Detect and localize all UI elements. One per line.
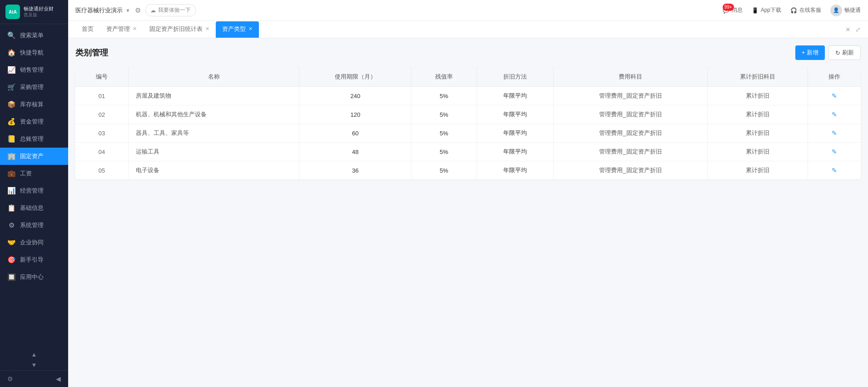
nav-label: 资金管理 <box>20 118 44 126</box>
nav-label: 经营管理 <box>20 187 44 195</box>
phone-icon: 📱 <box>752 7 759 14</box>
message-badge: 99+ <box>723 4 734 11</box>
nav-label: 库存核算 <box>20 100 44 109</box>
col-header: 编号 <box>75 67 128 87</box>
scroll-up[interactable]: ▲ <box>0 349 68 360</box>
tab-label: 资产管理 <box>106 25 130 33</box>
cell-residual: 5% <box>412 161 476 180</box>
cell-method: 年限平均 <box>476 143 553 161</box>
page-title: 类别管理 <box>75 47 108 58</box>
cell-expense: 管理费用_固定资产折旧 <box>553 87 707 105</box>
nav-icon: 🎯 <box>7 256 15 264</box>
app-download-label: App下载 <box>761 6 781 14</box>
sidebar-item-库存核算[interactable]: 📦库存核算 <box>0 96 68 113</box>
close-window-icon[interactable]: ✕ <box>845 26 851 33</box>
cell-expense: 管理费用_固定资产折旧 <box>553 124 707 143</box>
cell-period: 60 <box>299 124 412 143</box>
cell-code: 04 <box>75 143 128 161</box>
company-name: 医疗器械行业演示 <box>75 6 123 15</box>
sidebar-item-资金管理[interactable]: 💰资金管理 <box>0 113 68 130</box>
table-body: 01 房屋及建筑物 240 5% 年限平均 管理费用_固定资产折旧 累计折旧 ✎… <box>75 87 861 180</box>
sidebar-item-总账管理[interactable]: 📒总账管理 <box>0 130 68 148</box>
dropdown-icon: ▼ <box>125 8 130 13</box>
edit-icon[interactable]: ✎ <box>832 111 837 118</box>
cell-name: 机器、机械和其他生产设备 <box>128 105 299 124</box>
category-table: 编号名称使用期限（月）残值率折旧方法费用科目累计折旧科目操作 01 房屋及建筑物… <box>75 67 861 179</box>
logo-text: 畅捷通好业财 <box>24 5 54 12</box>
cell-accum: 累计折旧 <box>707 143 808 161</box>
nav-label: 基础信息 <box>20 204 44 212</box>
cell-method: 年限平均 <box>476 161 553 180</box>
tabbar: 首页资产管理✕固定资产折旧统计表✕资产类型✕ ✕ ⤢ <box>68 21 868 38</box>
edit-icon[interactable]: ✎ <box>832 148 837 155</box>
tab-首页[interactable]: 首页 <box>75 21 100 38</box>
sidebar-item-应用中心[interactable]: 🔲应用中心 <box>0 268 68 286</box>
tab-资产管理[interactable]: 资产管理✕ <box>100 21 143 38</box>
nav-label: 搜索菜单 <box>20 31 44 40</box>
sidebar-item-快捷导航[interactable]: 🏠快捷导航 <box>0 44 68 61</box>
new-button[interactable]: + 新增 <box>795 45 825 60</box>
cell-period: 240 <box>299 87 412 105</box>
sidebar-item-销售管理[interactable]: 📈销售管理 <box>0 61 68 79</box>
edit-icon[interactable]: ✎ <box>832 92 837 99</box>
experience-label: 我要体验一下 <box>158 6 191 14</box>
sidebar-item-搜索菜单[interactable]: 🔍搜索菜单 <box>0 27 68 44</box>
cell-accum: 累计折旧 <box>707 87 808 105</box>
tab-close-icon[interactable]: ✕ <box>133 26 137 32</box>
sidebar-item-工资[interactable]: 💼工资 <box>0 165 68 182</box>
tab-label: 首页 <box>82 25 94 33</box>
sidebar-item-经营管理[interactable]: 📊经营管理 <box>0 182 68 199</box>
cell-action: ✎ <box>808 161 861 180</box>
nav-label: 固定资产 <box>20 152 44 160</box>
sidebar-settings-icon[interactable]: ⚙ <box>7 375 13 382</box>
cell-code: 05 <box>75 161 128 180</box>
content-area: 类别管理 + 新增 ↻ 刷新 编号名称使用期限（月）残值率折旧方法费用科目累计折… <box>68 38 868 387</box>
cell-period: 48 <box>299 143 412 161</box>
refresh-button[interactable]: ↻ 刷新 <box>828 45 861 60</box>
sidebar-item-基础信息[interactable]: 📋基础信息 <box>0 199 68 217</box>
online-service-action[interactable]: 🎧 在线客服 <box>790 6 821 14</box>
message-action[interactable]: 💬 99+ 消息 <box>723 6 743 14</box>
topbar-settings-icon[interactable]: ⚙ <box>135 6 141 15</box>
tab-close-icon[interactable]: ✕ <box>205 26 209 32</box>
edit-icon[interactable]: ✎ <box>832 167 837 174</box>
nav-label: 总账管理 <box>20 135 44 143</box>
col-header: 累计折旧科目 <box>707 67 808 87</box>
page-header: 类别管理 + 新增 ↻ 刷新 <box>75 45 861 60</box>
tab-label: 资产类型 <box>222 25 246 33</box>
cell-code: 02 <box>75 105 128 124</box>
col-header: 费用科目 <box>553 67 707 87</box>
sidebar-item-系统管理[interactable]: ⚙系统管理 <box>0 217 68 234</box>
nav-icon: 💰 <box>7 118 15 126</box>
nav-icon: 🏢 <box>7 152 15 160</box>
sidebar-item-新手引导[interactable]: 🎯新手引导 <box>0 251 68 268</box>
sidebar-item-固定资产[interactable]: 🏢固定资产 <box>0 148 68 165</box>
page-actions: + 新增 ↻ 刷新 <box>795 45 861 60</box>
nav-icon: 📈 <box>7 66 15 74</box>
nav-label: 系统管理 <box>20 221 44 229</box>
header-row: 编号名称使用期限（月）残值率折旧方法费用科目累计折旧科目操作 <box>75 67 861 87</box>
cell-expense: 管理费用_固定资产折旧 <box>553 105 707 124</box>
sidebar-item-采购管理[interactable]: 🛒采购管理 <box>0 79 68 96</box>
company-selector[interactable]: 医疗器械行业演示 ▼ <box>75 6 130 15</box>
tab-资产类型[interactable]: 资产类型✕ <box>216 21 259 38</box>
logo-area: AtA 畅捷通好业财 普及版 <box>0 0 68 24</box>
refresh-label: 刷新 <box>842 49 854 57</box>
sidebar-nav: 🔍搜索菜单🏠快捷导航📈销售管理🛒采购管理📦库存核算💰资金管理📒总账管理🏢固定资产… <box>0 24 68 349</box>
scroll-down[interactable]: ▼ <box>0 360 68 370</box>
edit-icon[interactable]: ✎ <box>832 129 837 137</box>
cell-period: 120 <box>299 105 412 124</box>
sidebar-item-企业协同[interactable]: 🤝企业协同 <box>0 234 68 251</box>
tab-固定资产折旧统计表[interactable]: 固定资产折旧统计表✕ <box>143 21 216 38</box>
cell-name: 器具、工具、家具等 <box>128 124 299 143</box>
experience-button[interactable]: ☁ 我要体验一下 <box>145 4 196 16</box>
nav-icon: 💼 <box>7 169 15 178</box>
expand-window-icon[interactable]: ⤢ <box>855 26 861 33</box>
tab-close-icon[interactable]: ✕ <box>248 26 253 32</box>
cell-code: 01 <box>75 87 128 105</box>
avatar: 👤 <box>830 5 842 16</box>
cell-expense: 管理费用_固定资产折旧 <box>553 161 707 180</box>
sidebar-collapse-icon[interactable]: ◀ <box>56 375 61 382</box>
app-download-action[interactable]: 📱 App下载 <box>752 6 781 14</box>
user-action[interactable]: 👤 畅捷通 <box>830 5 861 16</box>
